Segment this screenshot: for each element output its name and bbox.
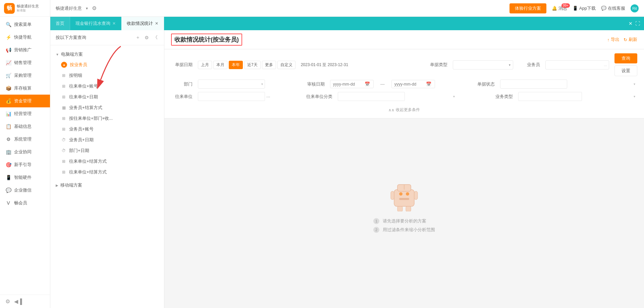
empty-state: 1 请先选择要分析的方案 2 用过滤条件来缩小分析范围	[164, 118, 644, 308]
empty-illustration	[384, 178, 424, 211]
refresh-btn[interactable]: ↻ 刷新	[624, 37, 637, 43]
trial-btn[interactable]: 体验行业方案	[509, 3, 546, 13]
scheme-item-by-detail[interactable]: ⊞ 按明细	[50, 70, 164, 81]
sidebar-item-finance[interactable]: 💰 资金管理	[0, 95, 50, 107]
topbar-gear-icon[interactable]: ⚙	[92, 5, 97, 11]
logo-text-block: 畅捷通好生意 标准版	[17, 4, 39, 13]
scheme-item-unit-method2[interactable]: ⊞ 往来单位+结算方式	[50, 167, 164, 177]
main-content: 畅捷通好生意 ▾ ⚙ 体验行业方案 🔔 消息 99+ 📱 App下载 💬 在线客…	[50, 0, 644, 308]
scheme-icon-unit-method2: ⊞	[61, 169, 66, 175]
sidebar-item-search-menu[interactable]: 🔍 搜索菜单	[0, 18, 50, 31]
sidebar-item-marketing[interactable]: 📢 营销推广	[0, 44, 50, 56]
sidebar: 畅 畅捷通好生意 标准版 🔍 搜索菜单 ⚡ 快捷导航 📢 营销推广 📈 销售管理…	[0, 0, 50, 308]
sidebar-item-quick-nav[interactable]: ⚡ 快捷导航	[0, 31, 50, 44]
scheme-item-label: 业务员+账号	[69, 126, 94, 132]
operations-icon: 📊	[5, 111, 11, 117]
tab-collection-stats-close-icon[interactable]: ✕	[155, 21, 158, 26]
calendar-from-icon[interactable]: 📅	[365, 82, 370, 87]
date-more-btn[interactable]: 更多	[262, 61, 276, 69]
date-range-text: 2023-01-01 至 2023-12-31	[301, 62, 348, 68]
svg-rect-8	[397, 206, 402, 211]
svg-point-3	[399, 192, 402, 196]
tab-expand-icon[interactable]: ⛶	[635, 21, 640, 26]
scheme-item-salesperson-account[interactable]: ⊞ 业务员+账号	[50, 124, 164, 135]
date-last-7-days-btn[interactable]: 近7天	[244, 61, 261, 69]
step-1-num: 1	[373, 218, 379, 224]
date-this-month-btn[interactable]: 本月	[213, 61, 227, 69]
tab-home[interactable]: 首页	[50, 17, 70, 30]
wechat-icon: 💬	[5, 187, 11, 193]
app-download-btn[interactable]: 📱 App下载	[573, 5, 596, 11]
notification-btn[interactable]: 🔔 消息 99+	[552, 5, 567, 11]
filter-settings-btn[interactable]: 设置	[614, 65, 637, 76]
tab-collection-stats-label: 收款情况统计	[127, 20, 153, 27]
online-service-label: 在线客服	[608, 5, 625, 11]
scheme-item-unit-method1[interactable]: ⊞ 往来单位+结算方式	[50, 156, 164, 167]
sidebar-item-operations[interactable]: 📊 经营管理	[0, 107, 50, 120]
doc-type-select[interactable]	[453, 60, 513, 69]
scheme-item-salesperson-date[interactable]: ⏱ 业务员+日期	[50, 135, 164, 145]
scheme-collapse-btn[interactable]: 《	[152, 34, 159, 41]
topbar-chevron-icon[interactable]: ▾	[86, 6, 88, 11]
page-title-box: 收款情况统计(按业务员)	[171, 34, 242, 46]
sidebar-settings-icon[interactable]: ⚙	[5, 298, 10, 305]
doc-status-input[interactable]	[500, 80, 567, 89]
scheme-icon-detail: ⊞	[61, 73, 66, 78]
partner-input[interactable]	[198, 92, 265, 101]
sidebar-logo: 畅 畅捷通好生意 标准版	[0, 0, 50, 17]
scheme-item-unit-account[interactable]: ⊞ 往来单位+账号	[50, 81, 164, 92]
review-date-from-input[interactable]	[333, 82, 363, 87]
scheme-item-unit-date[interactable]: ⊞ 往来单位+日期	[50, 92, 164, 102]
sidebar-item-basic-info[interactable]: 📋 基础信息	[0, 120, 50, 133]
date-custom-btn[interactable]: 自定义	[277, 61, 296, 69]
scheme-item-unit-dept-collect[interactable]: ⊞ 按往来单位+部门+收...	[50, 113, 164, 124]
scheme-item-dept-date[interactable]: ⏱ 部门+日期	[50, 145, 164, 156]
online-service-btn[interactable]: 💬 在线客服	[601, 5, 625, 11]
sidebar-item-wechat[interactable]: 💬 企业微信	[0, 184, 50, 197]
scheme-group-mobile-header[interactable]: ▶ 移动端方案	[50, 180, 164, 190]
purchase-icon: 🛒	[5, 72, 11, 79]
empty-steps: 1 请先选择要分析的方案 2 用过滤条件来缩小分析范围	[373, 218, 435, 236]
sidebar-item-label: 销售管理	[14, 60, 32, 66]
date-this-year-btn[interactable]: 本年	[229, 61, 243, 69]
sidebar-item-purchase[interactable]: 🛒 采购管理	[0, 69, 50, 82]
biz-type-input[interactable]	[518, 92, 582, 101]
calendar-to-icon[interactable]: 📅	[426, 82, 431, 87]
tab-collection-stats[interactable]: 收款情况统计 ✕	[121, 17, 164, 30]
scheme-item-label: 业务员+结算方式	[69, 105, 102, 111]
step-2-text: 用过滤条件来缩小分析范围	[383, 227, 435, 233]
sidebar-item-newbie[interactable]: 🎯 新手引导	[0, 158, 50, 171]
partner-category-select-wrapper: ▾	[338, 92, 457, 101]
scheme-item-salesperson-method[interactable]: ▦ 业务员+结算方式	[50, 102, 164, 113]
salesperson-input[interactable]	[545, 60, 609, 69]
sidebar-item-inventory[interactable]: 📦 库存核算	[0, 82, 50, 95]
sidebar-collapse-icon[interactable]: ◀▐	[14, 298, 22, 305]
sidebar-item-enterprise[interactable]: 🏢 企业协同	[0, 146, 50, 158]
smart-hw-icon: 📱	[5, 174, 11, 181]
scheme-item-label: 按业务员	[70, 62, 87, 68]
breadcrumb-text: 畅捷通好生意	[56, 5, 82, 11]
tab-bank-flow[interactable]: 现金银行流水查询 ✕	[70, 17, 121, 30]
user-profile-btn[interactable]: Rit	[631, 4, 639, 12]
query-btn[interactable]: 查询	[614, 53, 637, 63]
scheme-group-pc-header[interactable]: ▼ 电脑端方案	[50, 49, 164, 59]
scheme-group-pc: ▼ 电脑端方案 ● 按业务员 ⊞ 按明细 ⊞ 往来单位+账号	[50, 48, 164, 179]
scheme-item-by-salesperson[interactable]: ● 按业务员	[50, 59, 164, 70]
sidebar-item-member[interactable]: V 畅会员	[0, 197, 50, 209]
review-date-to-input[interactable]	[394, 82, 425, 87]
collapse-filter-btn[interactable]: ∧∧ 收起更多条件	[171, 104, 637, 114]
tab-bank-flow-close-icon[interactable]: ✕	[112, 21, 116, 26]
sidebar-item-system[interactable]: ⚙ 系统管理	[0, 133, 50, 146]
date-last-month-btn[interactable]: 上月	[198, 61, 212, 69]
sidebar-item-sales[interactable]: 📈 销售管理	[0, 56, 50, 69]
sidebar-item-smart-hw[interactable]: 📱 智能硬件	[0, 171, 50, 184]
scheme-settings-btn[interactable]: ⚙	[143, 34, 150, 41]
tab-close-all-icon[interactable]: ✕	[629, 21, 633, 26]
sidebar-item-label: 智能硬件	[14, 174, 32, 181]
scheme-icon-unit-method1: ⊞	[61, 159, 66, 164]
partner-category-input[interactable]	[338, 92, 405, 101]
add-scheme-btn[interactable]: ＋	[135, 34, 141, 41]
dept-input[interactable]	[198, 80, 265, 89]
partner-dots-icon[interactable]: ···	[265, 94, 272, 99]
export-btn[interactable]: ↑ 导出	[607, 37, 620, 43]
